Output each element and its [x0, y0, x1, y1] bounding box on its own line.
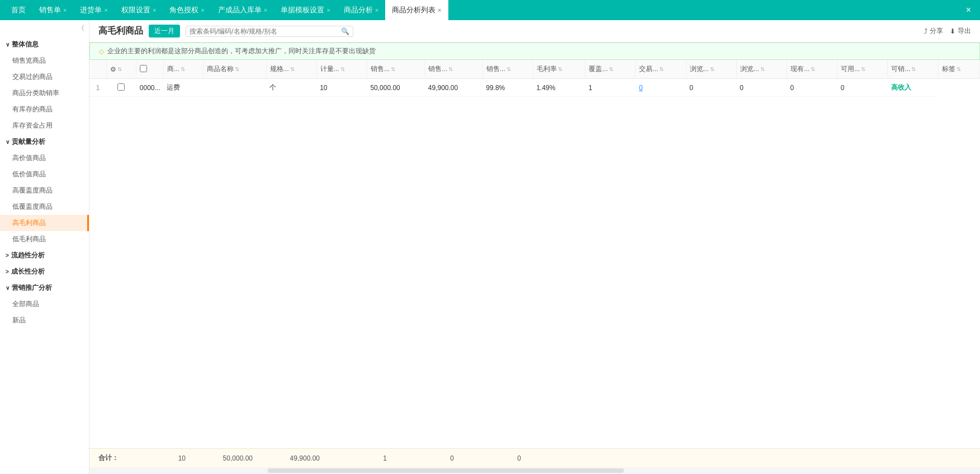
- col-currentStock[interactable]: 现有...⇅: [787, 60, 837, 79]
- sort-icon-code[interactable]: ⇅: [181, 66, 185, 72]
- cell-checkbox-0[interactable]: [106, 79, 136, 97]
- sort-icon-coverage[interactable]: ⇅: [609, 66, 613, 72]
- nav-close-权限设置[interactable]: ×: [153, 7, 156, 13]
- cell-viewCount1-0[interactable]: 0: [636, 79, 686, 97]
- sort-icon-tradeCount[interactable]: ⇅: [659, 66, 664, 72]
- sort-icon-currentStock[interactable]: ⇅: [811, 66, 815, 72]
- nav-item-单据模板设置[interactable]: 单据模板设置 ×: [274, 0, 337, 20]
- nav-close-产成品入库单[interactable]: ×: [264, 7, 267, 13]
- search-icon[interactable]: 🔍: [341, 27, 349, 35]
- footer-trade-count: 1: [342, 454, 387, 462]
- table-footer: 合计： 10 50,000.00 49,900.00 1 0 0: [89, 448, 980, 467]
- nav-item-角色授权[interactable]: 角色授权 ×: [163, 0, 211, 20]
- nav-item-商品分析[interactable]: 商品分析 ×: [337, 0, 385, 20]
- sidebar-collapse-button[interactable]: 《: [0, 20, 89, 36]
- cell-tag-0[interactable]: 高收入: [888, 79, 938, 97]
- sort-icon-name[interactable]: ⇅: [235, 66, 239, 72]
- col-saleProfit[interactable]: 销售...⇅: [482, 60, 533, 79]
- col-saleableStock[interactable]: 可销...⇅: [888, 60, 938, 79]
- sidebar-group-2[interactable]: >流趋性分析: [0, 247, 89, 264]
- sort-icon-viewCount2[interactable]: ⇅: [760, 66, 765, 72]
- notice-bar: ◇ 企业的主要的利润都是这部分商品创造的，可考虑加大推广，同时关注库存是不要出现…: [89, 43, 980, 60]
- col-saleAmt[interactable]: 销售...⇅: [425, 60, 482, 79]
- main-layout: 《 ∨整体信息销售览商品交易过的商品商品分类助销率有库存的商品库存资金占用∨贡献…: [0, 20, 980, 474]
- sort-icon-viewCount1[interactable]: ⇅: [710, 66, 714, 72]
- nav-close-单据模板设置[interactable]: ×: [326, 7, 330, 13]
- nav-close-角色授权[interactable]: ×: [201, 7, 204, 13]
- sort-icon-saleQty[interactable]: ⇅: [391, 66, 395, 72]
- col-spec[interactable]: 规格...⇅: [266, 60, 316, 79]
- share-button[interactable]: ⤴ 分享: [924, 26, 943, 36]
- col-viewCount1[interactable]: 浏览...⇅: [686, 60, 736, 79]
- data-table: ⚙⇅商...⇅商品名称⇅规格...⇅计量...⇅销售...⇅销售...⇅销售..…: [89, 60, 980, 97]
- select-all-checkbox[interactable]: [140, 65, 147, 72]
- sidebar-item-低价值商品[interactable]: 低价值商品: [0, 166, 89, 182]
- sort-icon-grossMargin[interactable]: ⇅: [558, 66, 562, 72]
- sidebar-item-高覆盖度商品[interactable]: 高覆盖度商品: [0, 182, 89, 199]
- col-code[interactable]: 商...⇅: [163, 60, 203, 79]
- col-label-tradeCount: 交易...: [639, 64, 658, 74]
- nav-close-商品分析[interactable]: ×: [375, 7, 378, 13]
- sidebar-item-高毛利商品[interactable]: 高毛利商品: [0, 215, 89, 231]
- col-tradeCount[interactable]: 交易...⇅: [636, 60, 686, 79]
- scrollbar-thumb[interactable]: [268, 468, 624, 473]
- sidebar-item-低毛利商品[interactable]: 低毛利商品: [0, 231, 89, 247]
- col-name[interactable]: 商品名称⇅: [203, 60, 266, 79]
- close-all-tabs[interactable]: ×: [962, 5, 976, 15]
- nav-close-商品分析列表[interactable]: ×: [438, 7, 441, 13]
- sort-icon-settings[interactable]: ⇅: [117, 66, 122, 72]
- sidebar-item-高价值商品[interactable]: 高价值商品: [0, 150, 89, 166]
- cell-coverage-0: 1.49%: [533, 79, 585, 97]
- sort-icon-spec[interactable]: ⇅: [290, 66, 295, 72]
- filter-button[interactable]: 近一月: [149, 25, 180, 37]
- nav-item-权限设置[interactable]: 权限设置 ×: [115, 0, 163, 20]
- sort-icon-saleableStock[interactable]: ⇅: [911, 66, 916, 72]
- sidebar-item-全部商品[interactable]: 全部商品: [0, 296, 89, 312]
- nav-item-商品分析列表[interactable]: 商品分析列表 ×: [385, 0, 448, 20]
- col-label-viewCount2: 浏览...: [740, 64, 759, 74]
- sidebar-item-库存资金占用[interactable]: 库存资金占用: [0, 118, 89, 134]
- col-settings[interactable]: ⚙⇅: [106, 60, 136, 79]
- horizontal-scrollbar[interactable]: [89, 467, 980, 474]
- link-viewCount1-0[interactable]: 0: [639, 84, 643, 92]
- sidebar-group-3[interactable]: >成长性分析: [0, 264, 89, 280]
- notice-text: 企业的主要的利润都是这部分商品创造的，可考虑加大推广，同时关注库存是不要出现缺货: [107, 46, 376, 56]
- search-input[interactable]: [190, 27, 341, 35]
- col-grossMargin[interactable]: 毛利率⇅: [533, 60, 585, 79]
- cell-saleAmt-0: 50,000.00: [367, 79, 424, 97]
- sort-icon-saleProfit[interactable]: ⇅: [506, 66, 511, 72]
- sort-icon-unit[interactable]: ⇅: [340, 66, 345, 72]
- sidebar-group-1[interactable]: ∨贡献量分析: [0, 134, 89, 150]
- col-saleQty[interactable]: 销售...⇅: [367, 60, 424, 79]
- export-button[interactable]: ⬇ 导出: [950, 26, 971, 36]
- sort-icon-saleAmt[interactable]: ⇅: [448, 66, 453, 72]
- nav-item-产成品入库单[interactable]: 产成品入库单 ×: [211, 0, 274, 20]
- nav-item-首页[interactable]: 首页: [4, 0, 32, 20]
- col-label-viewCount1: 浏览...: [690, 64, 709, 74]
- sidebar-group-0[interactable]: ∨整体信息: [0, 36, 89, 53]
- sidebar-item-销售览商品[interactable]: 销售览商品: [0, 53, 89, 69]
- footer-current-stock: 0: [409, 454, 454, 462]
- nav-item-进货单[interactable]: 进货单 ×: [73, 0, 114, 20]
- sidebar-item-交易过的商品[interactable]: 交易过的商品: [0, 69, 89, 85]
- nav-close-进货单[interactable]: ×: [104, 7, 107, 13]
- col-coverage[interactable]: 覆盖...⇅: [585, 60, 636, 79]
- sort-icon-availableStock[interactable]: ⇅: [861, 66, 865, 72]
- col-rownum: [89, 60, 106, 79]
- sidebar-item-商品分类助销率[interactable]: 商品分类助销率: [0, 85, 89, 101]
- sidebar-item-有库存的商品[interactable]: 有库存的商品: [0, 101, 89, 118]
- sort-icon-tag[interactable]: ⇅: [957, 66, 961, 72]
- row-checkbox-0[interactable]: [117, 83, 125, 91]
- col-viewCount2[interactable]: 浏览...⇅: [736, 60, 787, 79]
- sidebar-item-新品[interactable]: 新品: [0, 312, 89, 328]
- col-tag[interactable]: 标签⇅: [938, 60, 979, 79]
- table-wrapper[interactable]: ⚙⇅商...⇅商品名称⇅规格...⇅计量...⇅销售...⇅销售...⇅销售..…: [89, 60, 980, 448]
- sidebar-item-低覆盖度商品[interactable]: 低覆盖度商品: [0, 199, 89, 215]
- col-unit[interactable]: 计量...⇅: [316, 60, 367, 79]
- col-availableStock[interactable]: 可用...⇅: [837, 60, 888, 79]
- nav-item-销售单[interactable]: 销售单 ×: [32, 0, 73, 20]
- sidebar-group-4[interactable]: ∨营销推广分析: [0, 280, 89, 296]
- col-checkbox[interactable]: [136, 60, 164, 79]
- col-label-coverage: 覆盖...: [589, 64, 608, 74]
- nav-close-销售单[interactable]: ×: [63, 7, 67, 13]
